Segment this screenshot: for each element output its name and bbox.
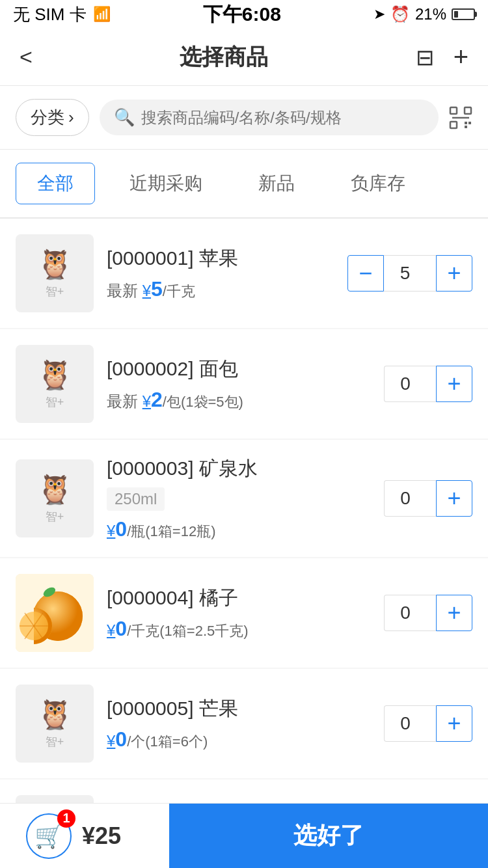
plus-button-0000005[interactable]: + [436, 705, 472, 742]
product-controls-0000004: + [384, 595, 472, 631]
product-info-0000002: [0000002] 面包 最新 ¥2/包(1袋=5包) [107, 356, 371, 412]
product-name-0000005: [0000005] 芒果 [107, 696, 371, 722]
price-unit: /个(1箱=6个) [127, 733, 208, 750]
search-icon: 🔍 [114, 107, 135, 128]
product-price-0000004: ¥0/千克(1箱=2.5千克) [107, 617, 371, 641]
status-bar: 无 SIM 卡 📶 下午6:08 ➤ ⏰ 21% [0, 0, 488, 29]
price-label: 最新 [107, 392, 138, 410]
svg-rect-6 [465, 126, 467, 128]
price-value: 5 [151, 277, 163, 301]
price-value: 0 [115, 617, 127, 640]
orange-image-svg [16, 574, 94, 652]
product-price-0000005: ¥0/个(1箱=6个) [107, 727, 371, 752]
product-info-0000003: [0000003] 矿泉水 250ml ¥0/瓶(1箱=12瓶) [107, 455, 371, 541]
tab-all-label: 全部 [37, 173, 74, 193]
price-unit: /瓶(1箱=12瓶) [127, 523, 215, 539]
wifi-icon: 📶 [93, 6, 111, 23]
plus-button-0000004[interactable]: + [436, 595, 472, 631]
tab-bar: 全部 近期采购 新品 负库存 [0, 150, 488, 219]
svg-rect-4 [465, 122, 467, 124]
placeholder-label: 智+ [46, 509, 64, 524]
placeholder-label: 智+ [46, 734, 64, 750]
qty-input-0000003[interactable] [384, 480, 436, 517]
chevron-right-icon: › [68, 107, 74, 128]
product-item-0000001: 🦉 智+ [0000001] 苹果 最新 ¥5/千克 − + [0, 219, 488, 328]
price-symbol: ¥ [142, 392, 151, 410]
product-item-0000004: [0000004] 橘子 ¥0/千克(1箱=2.5千克) + [0, 558, 488, 668]
qty-input-0000004[interactable] [384, 595, 436, 631]
status-time: 下午6:08 [203, 1, 281, 28]
svg-rect-1 [465, 107, 471, 114]
category-button[interactable]: 分类 › [16, 99, 89, 136]
product-image-0000005: 🦉 智+ [16, 685, 94, 763]
cart-total: ¥25 [82, 822, 121, 850]
cart-icon: 🛒 [34, 822, 64, 850]
product-image-0000004 [16, 574, 94, 652]
minus-button-0000001[interactable]: − [347, 255, 384, 292]
nav-right: ⊟ + [416, 42, 468, 72]
nav-left: < [20, 44, 33, 70]
product-info-0000005: [0000005] 芒果 ¥0/个(1箱=6个) [107, 696, 371, 752]
price-symbol: ¥ [142, 282, 151, 299]
price-value: 0 [115, 517, 127, 541]
qty-input-0000001[interactable] [384, 255, 436, 292]
cart-badge: 1 [57, 809, 75, 828]
alarm-icon: ⏰ [390, 5, 410, 23]
price-symbol: ¥ [107, 732, 115, 750]
nav-title: 选择商品 [180, 42, 268, 72]
filter-button[interactable]: ⊟ [416, 44, 434, 70]
price-unit: /千克 [163, 283, 195, 299]
tab-negative[interactable]: 负库存 [329, 163, 427, 204]
product-info-0000001: [0000001] 苹果 最新 ¥5/千克 [107, 245, 334, 301]
scan-button[interactable] [449, 106, 472, 129]
product-controls-0000003: + [384, 480, 472, 517]
owl-icon: 🦉 [37, 358, 73, 392]
search-input[interactable] [141, 109, 424, 127]
status-left: 无 SIM 卡 📶 [13, 3, 111, 26]
tab-negative-label: 负库存 [351, 173, 405, 193]
product-item-0000005: 🦉 智+ [0000005] 芒果 ¥0/个(1箱=6个) + [0, 669, 488, 778]
plus-button-0000002[interactable]: + [436, 366, 472, 402]
product-controls-0000002: + [384, 366, 472, 402]
owl-icon: 🦉 [37, 472, 73, 506]
svg-rect-2 [450, 122, 457, 128]
product-controls-0000001: − + [347, 255, 472, 292]
status-right: ➤ ⏰ 21% [373, 5, 475, 23]
placeholder-label: 智+ [46, 394, 64, 410]
qty-input-0000005[interactable] [384, 705, 436, 742]
placeholder-label: 智+ [46, 284, 64, 299]
product-spec-0000003: 250ml [107, 487, 165, 511]
nav-bar: < 选择商品 ⊟ + [0, 29, 488, 86]
product-controls-0000005: + [384, 705, 472, 742]
add-button[interactable]: + [454, 42, 468, 72]
tab-new-label: 新品 [258, 173, 295, 193]
carrier-text: 无 SIM 卡 [13, 3, 87, 26]
product-image-0000001: 🦉 智+ [16, 234, 94, 312]
owl-icon: 🦉 [37, 247, 73, 281]
price-label: 最新 [107, 282, 138, 299]
back-button[interactable]: < [20, 44, 33, 70]
product-info-0000004: [0000004] 橘子 ¥0/千克(1箱=2.5千克) [107, 585, 371, 641]
qty-input-0000002[interactable] [384, 366, 436, 402]
plus-button-0000001[interactable]: + [436, 255, 472, 292]
product-name-0000002: [0000002] 面包 [107, 356, 371, 383]
cart-icon-button[interactable]: 🛒 1 [26, 813, 72, 859]
product-list: 🦉 智+ [0000001] 苹果 最新 ¥5/千克 − + 🦉 智+ [000… [0, 219, 488, 868]
plus-button-0000003[interactable]: + [436, 480, 472, 517]
product-price-0000002: 最新 ¥2/包(1袋=5包) [107, 388, 371, 412]
tab-recent[interactable]: 近期采购 [108, 163, 224, 204]
product-price-0000003: ¥0/瓶(1箱=12瓶) [107, 517, 371, 541]
product-name-0000003: [0000003] 矿泉水 [107, 455, 371, 482]
product-name-0000004: [0000004] 橘子 [107, 585, 371, 612]
tab-all[interactable]: 全部 [16, 163, 95, 204]
cart-section: 🛒 1 ¥25 [0, 813, 169, 859]
tab-new[interactable]: 新品 [237, 163, 316, 204]
battery-text: 21% [415, 5, 446, 23]
price-value: 2 [151, 388, 163, 411]
battery-icon [452, 8, 475, 20]
owl-icon: 🦉 [37, 698, 73, 731]
product-image-0000003: 🦉 智+ [16, 459, 94, 537]
search-bar[interactable]: 🔍 [100, 100, 439, 135]
product-item-0000003: 🦉 智+ [0000003] 矿泉水 250ml ¥0/瓶(1箱=12瓶) + [0, 440, 488, 557]
confirm-button[interactable]: 选好了 [169, 804, 488, 868]
